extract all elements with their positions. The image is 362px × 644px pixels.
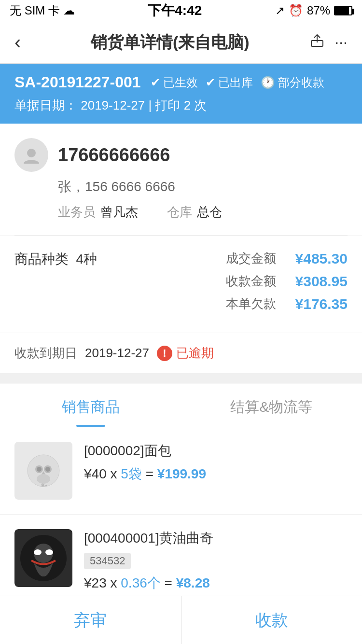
svg-text:鱼+: 鱼+: [41, 483, 47, 488]
order-id: SA-20191227-001: [14, 73, 141, 91]
customer-meta: 业务员 曾凡杰 仓库 总仓: [14, 204, 348, 221]
svg-point-5: [37, 467, 42, 472]
abandon-review-button[interactable]: 弃审: [0, 596, 181, 644]
nav-actions: ···: [309, 33, 348, 52]
product-info-2: [000400001]黄油曲奇 534532 ¥23 x 0.36个 = ¥8.…: [84, 529, 348, 592]
owed-amount-row: 本单欠款 ¥176.35: [226, 295, 348, 312]
battery-icon: [334, 6, 352, 15]
back-button[interactable]: ‹: [14, 31, 21, 53]
svg-point-12: [34, 549, 42, 555]
list-item: [000400001]黄油曲奇 534532 ¥23 x 0.36个 = ¥8.…: [0, 515, 362, 607]
product-image-2: [14, 529, 72, 587]
customer-section: 17666666666 张，156 6666 6666 业务员 曾凡杰 仓库 总…: [0, 124, 362, 235]
due-date-section: 收款到期日 2019-12-27 ! 已逾期: [0, 333, 362, 373]
tabs-header: 销售商品 结算&物流等: [0, 384, 362, 427]
category-item: 商品种类 4种: [14, 250, 97, 268]
page-title: 销货单详情(来自电脑): [30, 31, 309, 54]
clock-icon: 🕐: [261, 76, 275, 89]
nav-bar: ‹ 销货单详情(来自电脑) ···: [0, 21, 362, 64]
sales-person: 业务员 曾凡杰: [58, 204, 138, 221]
more-button[interactable]: ···: [334, 33, 348, 51]
badge-partial: 🕐 部分收款: [261, 75, 324, 90]
summary-left: 商品种类 4种: [14, 250, 97, 271]
summary-right: 成交金额 ¥485.30 收款金额 ¥308.95 本单欠款 ¥176.35: [226, 250, 348, 318]
check-icon-2: ✔: [206, 76, 215, 89]
product-name-2: [000400001]黄油曲奇: [84, 529, 348, 547]
status-bar: 无 SIM 卡 ☁ 下午4:42 ↗ ⏰ 87%: [0, 0, 362, 21]
tab-settlement[interactable]: 结算&物流等: [181, 384, 362, 427]
customer-phone: 17666666666: [58, 145, 170, 166]
svg-point-6: [45, 467, 50, 472]
battery-text: 87%: [307, 4, 330, 17]
order-date: 单据日期： 2019-12-27 | 打印 2 次: [14, 97, 348, 114]
avatar: [14, 138, 48, 172]
section-divider: [0, 373, 362, 383]
location-icon: ↗: [275, 4, 285, 17]
product-list: 鱼+ [0000002]面包 ¥40 x 5袋 = ¥199.99: [0, 427, 362, 607]
overdue-badge: ! 已逾期: [157, 345, 214, 362]
svg-point-8: [37, 474, 50, 484]
badge-effective: ✔ 已生效: [151, 75, 198, 90]
tabs-section: 销售商品 结算&物流等: [0, 384, 362, 607]
list-item: 鱼+ [0000002]面包 ¥40 x 5袋 = ¥199.99: [0, 427, 362, 515]
svg-point-1: [27, 149, 36, 157]
alarm-icon: ⏰: [289, 4, 303, 17]
product-name-1: [0000002]面包: [84, 442, 348, 460]
share-button[interactable]: [309, 33, 325, 52]
order-header: SA-20191227-001 ✔ 已生效 ✔ 已出库 🕐 部分收款 单据日期：…: [0, 64, 362, 124]
order-badges: ✔ 已生效 ✔ 已出库 🕐 部分收款: [151, 75, 324, 90]
overdue-icon: !: [157, 346, 172, 361]
received-amount-row: 收款金额 ¥308.95: [226, 273, 348, 290]
product-tag-2: 534532: [84, 553, 131, 569]
summary-section: 商品种类 4种 成交金额 ¥485.30 收款金额 ¥308.95 本单欠款 ¥…: [0, 236, 362, 333]
customer-name-detail: 张，156 6666 6666: [14, 178, 348, 196]
product-price-2: ¥23 x 0.36个 = ¥8.28: [84, 574, 348, 592]
product-price-1: ¥40 x 5袋 = ¥199.99: [84, 465, 348, 483]
overdue-text: 已逾期: [176, 345, 214, 362]
svg-point-13: [45, 549, 53, 555]
check-icon-1: ✔: [151, 76, 160, 89]
warehouse: 仓库 总仓: [167, 204, 222, 221]
status-left: 无 SIM 卡 ☁: [10, 3, 75, 18]
product-image-1: 鱼+: [14, 442, 72, 500]
bottom-actions: 弃审 收款: [0, 596, 362, 644]
status-right: ↗ ⏰ 87%: [275, 4, 352, 17]
due-label: 收款到期日: [14, 345, 77, 362]
due-date-value: 2019-12-27: [85, 346, 149, 361]
collect-payment-button[interactable]: 收款: [181, 596, 362, 644]
badge-shipped: ✔ 已出库: [206, 75, 253, 90]
status-time: 下午4:42: [148, 1, 202, 20]
tab-sales-products[interactable]: 销售商品: [0, 384, 181, 427]
product-info-1: [0000002]面包 ¥40 x 5袋 = ¥199.99: [84, 442, 348, 500]
signal-text: 无 SIM 卡 ☁: [10, 3, 75, 18]
deal-amount-row: 成交金额 ¥485.30: [226, 250, 348, 267]
